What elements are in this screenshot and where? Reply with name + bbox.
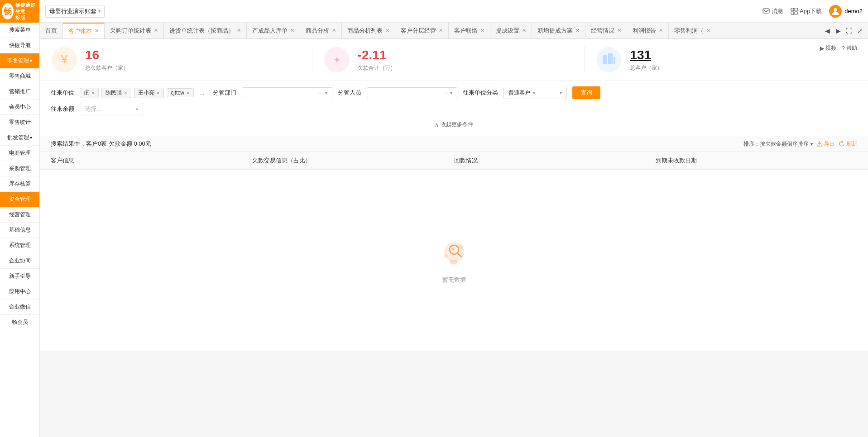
tab-close-customer-account[interactable]: ✕	[95, 28, 99, 34]
tab-business-status[interactable]: 经营情况 ✕	[585, 23, 627, 39]
export-btn[interactable]: 导出	[816, 140, 835, 148]
filter-person-select[interactable]: ··· ▾	[367, 87, 457, 98]
tab-fullscreen-btn[interactable]: ⤢	[855, 26, 864, 35]
filter-unit-class-tag-remove[interactable]: ✕	[532, 90, 536, 95]
refresh-btn[interactable]: 刷新	[839, 140, 857, 148]
tab-scroll-left-btn[interactable]: ◀	[823, 26, 832, 35]
filter-unit-more[interactable]: ...	[197, 88, 207, 97]
filter-unit-class-tag-label: 普通客户	[508, 89, 530, 97]
tab-close-customer-contact[interactable]: ✕	[480, 28, 484, 33]
message-icon	[762, 8, 770, 15]
svg-rect-0	[763, 9, 769, 13]
refresh-icon	[839, 141, 845, 147]
filter-unit-class-select[interactable]: 普通客户 ✕ ▾	[504, 87, 567, 99]
filter-unit-class-label: 往来单位分类	[463, 89, 498, 97]
tab-home[interactable]: 首页	[40, 23, 63, 39]
tab-close-goods-analysis[interactable]: ✕	[332, 28, 336, 33]
topbar-message-btn[interactable]: 消息	[762, 7, 783, 15]
filter-tag-wang[interactable]: 王小亮 ✕	[134, 88, 164, 98]
tab-close-business-status[interactable]: ✕	[617, 28, 621, 33]
stat-value-total-clients: 131	[630, 48, 662, 63]
tab-close-retail-profit[interactable]: ✕	[706, 28, 710, 33]
filter-unit-tags: 伍 ✕ 陈民强 ✕ 王小亮 ✕ cjttcw ✕ ...	[80, 88, 207, 98]
tab-new-tips[interactable]: 新增提成方案 ✕	[532, 23, 585, 39]
tab-expand-btn[interactable]: ⛶	[844, 26, 854, 35]
stat-icon-customers: ¥	[51, 46, 78, 73]
filter-tag-wang-remove[interactable]: ✕	[156, 90, 160, 95]
sidebar-logo: 畅 畅捷通好生意标版	[0, 0, 39, 23]
tab-product-in[interactable]: 产成品入库单 ✕	[247, 23, 300, 39]
tab-tips-settings[interactable]: 提成设置 ✕	[490, 23, 532, 39]
tab-goods-analysis-label: 商品分析	[306, 27, 329, 35]
filter-tag-wu-remove[interactable]: ✕	[91, 90, 95, 95]
topbar-app-download-btn[interactable]: App下载	[791, 7, 822, 15]
sidebar-item-wholesale-mgmt[interactable]: 批发管理 ▾	[0, 130, 39, 146]
tab-close-goods-analysis-list[interactable]: ✕	[385, 28, 389, 33]
sidebar-item-search[interactable]: 搜索菜单	[0, 23, 39, 38]
filter-dept-label: 分管部门	[213, 89, 236, 97]
sidebar-item-ecommerce[interactable]: 电商管理	[0, 146, 39, 161]
sidebar-item-finance[interactable]: 资金管理	[0, 192, 39, 207]
svg-rect-2	[795, 8, 797, 11]
sidebar-item-new-guide[interactable]: 新手引导	[0, 269, 39, 284]
filter-balance-select[interactable]: 选择... ▾	[80, 103, 143, 115]
data-table: 客户信息 欠款交易信息（占比） 回款情况 到期未收款日期	[40, 152, 868, 351]
sidebar-item-member-center[interactable]: 会员中心	[0, 100, 39, 115]
sidebar-item-retail-mgmt[interactable]: 零售管理 ▾	[0, 53, 39, 69]
tab-close-purchase-stats[interactable]: ✕	[154, 28, 158, 33]
help-btn[interactable]: ? 帮助	[842, 44, 857, 52]
tab-close-stock-stats[interactable]: ✕	[237, 28, 241, 33]
tab-customer-contact[interactable]: 客户联络 ✕	[449, 23, 490, 39]
filter-tag-cjttcw-remove[interactable]: ✕	[186, 90, 190, 95]
sidebar-item-enterprise-collab[interactable]: 企业协同	[0, 253, 39, 269]
filter-tag-wu[interactable]: 伍 ✕	[80, 88, 99, 98]
sidebar-item-purchase-mgmt[interactable]: 采购管理	[0, 161, 39, 176]
tab-close-new-tips[interactable]: ✕	[575, 28, 580, 33]
empty-text: 暂无数据	[442, 276, 466, 284]
tab-goods-analysis-list[interactable]: 商品分析列表 ✕	[342, 23, 395, 39]
filter-dept-select[interactable]: ··· ▾	[242, 87, 332, 98]
sidebar-item-system[interactable]: 系统管理	[0, 238, 39, 253]
filter-tag-chen[interactable]: 陈民强 ✕	[101, 88, 131, 98]
tab-customer-account[interactable]: 客户账本 ✕	[63, 23, 105, 39]
sidebar-item-retail-stats[interactable]: 零售统计	[0, 115, 39, 130]
sidebar-item-inventory[interactable]: 库存核算	[0, 176, 39, 192]
tab-close-product-in[interactable]: ✕	[290, 28, 294, 33]
sidebar-item-vip-member[interactable]: 畅会员	[0, 315, 39, 330]
sidebar-item-marketing[interactable]: 营销推广	[0, 84, 39, 100]
stat-card-total-clients: 131 总客户（家）	[585, 46, 857, 73]
tab-close-profit-report[interactable]: ✕	[659, 28, 663, 33]
filter-unit-class-tag[interactable]: 普通客户 ✕	[508, 89, 536, 97]
user-profile[interactable]: demo2	[829, 5, 863, 18]
sidebar-item-retail-mall[interactable]: 零售商城	[0, 69, 39, 84]
tab-goods-analysis[interactable]: 商品分析 ✕	[300, 23, 342, 39]
topbar-left: 母婴行业演示账套 ▾	[45, 5, 759, 18]
stat-value-customers: 16	[85, 48, 129, 63]
filter-balance-placeholder: 选择...	[85, 105, 101, 113]
sidebar-item-basic-info[interactable]: 基础信息	[0, 223, 39, 238]
tab-retail-profit[interactable]: 零售利润（ ✕	[669, 23, 716, 39]
company-selector[interactable]: 母婴行业演示账套 ▾	[45, 5, 105, 18]
video-help-btn[interactable]: ▶ 视频	[820, 44, 836, 52]
tab-tips-settings-label: 提成设置	[496, 27, 519, 35]
tab-close-customer-layer[interactable]: ✕	[439, 28, 443, 33]
sidebar-item-quick-nav[interactable]: 快捷导航	[0, 38, 39, 53]
filter-tag-wang-label: 王小亮	[138, 89, 154, 97]
tab-scroll-right-btn[interactable]: ▶	[834, 26, 843, 35]
sidebar-item-app-center[interactable]: 应用中心	[0, 284, 39, 299]
sidebar-item-operations[interactable]: 经营管理	[0, 207, 39, 223]
filter-tag-cjttcw[interactable]: cjttcw ✕	[167, 88, 194, 97]
export-label: 导出	[824, 140, 835, 148]
app-download-label: App下载	[800, 7, 822, 15]
tab-profit-report[interactable]: 利润报告 ✕	[627, 23, 669, 39]
query-button[interactable]: 查询	[572, 86, 600, 99]
svg-text:¥: ¥	[61, 52, 68, 66]
filter-tag-chen-remove[interactable]: ✕	[124, 90, 127, 95]
tab-close-tips-settings[interactable]: ✕	[522, 28, 526, 33]
result-sort[interactable]: 排序：按欠款金额倒序排序 ▾	[743, 140, 813, 148]
tab-customer-layer[interactable]: 客户分层经营 ✕	[395, 23, 449, 39]
collapse-btn[interactable]: ∧ 收起更多条件	[435, 121, 473, 128]
sidebar-item-enterprise-wechat[interactable]: 企业微信	[0, 299, 39, 315]
tab-stock-stats[interactable]: 进货单统计表（按商品） ✕	[164, 23, 247, 39]
tab-purchase-stats[interactable]: 采购订单统计表 ✕	[105, 23, 164, 39]
